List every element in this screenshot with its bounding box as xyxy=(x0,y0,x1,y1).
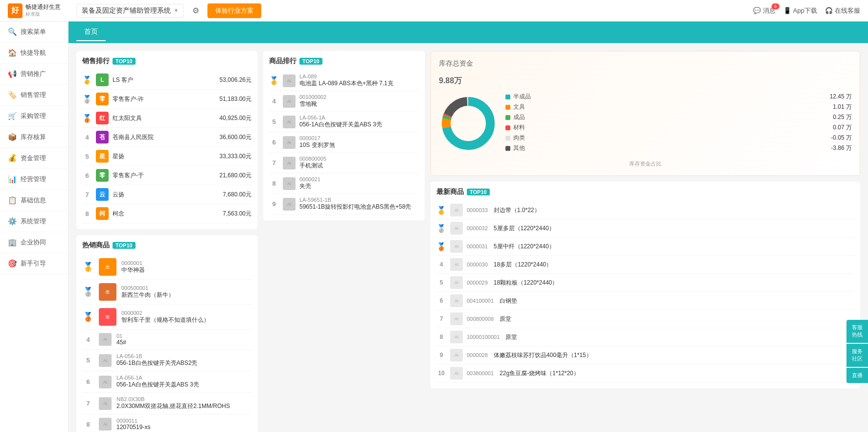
online-service-item[interactable]: 🎧 在线客服 xyxy=(825,6,860,15)
product-rank-item: 5 Ai LA-056-1A 056-1A白色按键开关盖ABS 3壳 xyxy=(269,112,419,132)
new-products-title: 最新商品 TOP10 xyxy=(436,188,854,196)
app-badge: 标准版 xyxy=(25,11,61,18)
product-thumb: Ai xyxy=(283,177,296,190)
sidebar-label-inventory: 库存核算 xyxy=(21,133,46,142)
np-item: 5 Ai 0000029 18颗粒板（1220*2440） xyxy=(436,274,854,292)
sidebar-item-inventory[interactable]: 📦 库存核算 xyxy=(0,127,68,148)
legend-item-meat: 肉类 -0.05 万 xyxy=(505,134,852,142)
rank-avatar: 红 xyxy=(96,112,109,124)
np-rank-num: 10 xyxy=(436,370,446,377)
legend-label: 成品 xyxy=(513,113,830,121)
inventory-icon: 📦 xyxy=(8,133,17,142)
np-thumb: Ai xyxy=(450,240,463,253)
hot-product-name: 2.0X30MM双搓花轴,搓花直径2.1MM/ROHS xyxy=(116,402,230,410)
sidebar-item-search[interactable]: 🔍 搜索菜单 xyxy=(0,22,68,43)
product-rank-num: 4 xyxy=(269,97,279,105)
legend-item-semifinished: 半成品 12.45 万 xyxy=(505,93,852,101)
sidebar-item-enterprise[interactable]: 🏢 企业协同 xyxy=(0,232,68,253)
app-download-item[interactable]: 📱 App下载 xyxy=(783,6,817,15)
sidebar-item-basic[interactable]: 📋 基础信息 xyxy=(0,190,68,211)
np-medal: 🥉 xyxy=(436,242,446,251)
product-info: 001000002 雪地靴 xyxy=(299,94,419,108)
product-code: 001000002 xyxy=(299,94,419,100)
header-middle: 装备及固定资产辅助管理系统 ▼ ⚙ 体验行业方案 xyxy=(76,3,753,18)
product-rank-title-text: 商品排行 xyxy=(269,57,297,66)
rank-number: 5 xyxy=(82,153,92,160)
operation-icon: 📊 xyxy=(8,175,17,184)
np-thumb: Ai xyxy=(450,312,463,325)
hot-product-code: 0000002 xyxy=(121,310,209,316)
np-name: 原堂 xyxy=(500,315,854,323)
hot-item: 5 Ai LA-056-1B 056-1B白色按键开关壳ABS2壳 xyxy=(82,350,251,371)
header-right: 💬 消息 6 📱 App下载 🎧 在线客服 xyxy=(753,6,860,15)
sidebar-item-finance[interactable]: 💰 资金管理 xyxy=(0,148,68,169)
np-rank-num: 5 xyxy=(436,279,446,286)
product-name: 10S 变刹罗煞 xyxy=(299,141,419,149)
chevron-down-icon: ▼ xyxy=(174,8,179,13)
sidebar-item-quick-nav[interactable]: 🏠 快捷导航 xyxy=(0,43,68,64)
new-products-title-text: 最新商品 xyxy=(436,188,464,196)
product-top10-badge: TOP10 xyxy=(299,58,322,65)
sidebar-item-guide[interactable]: 🎯 新手引导 xyxy=(0,253,68,274)
sidebar-item-system[interactable]: ⚙️ 系统管理 xyxy=(0,211,68,232)
service-community-button[interactable]: 服务社区 xyxy=(846,344,868,367)
product-rank-item: 9 Ai LA-59651-1B 59651-1B旋转投影灯电池盒ABS黑色+5… xyxy=(269,194,419,215)
np-thumb: Ai xyxy=(450,367,463,380)
notification-item[interactable]: 💬 消息 6 xyxy=(753,6,776,15)
tab-home[interactable]: 首页 xyxy=(76,24,106,41)
sidebar-label-quick-nav: 快捷导航 xyxy=(21,48,46,57)
gear-button[interactable]: ⚙ xyxy=(189,4,203,18)
guide-icon: 🎯 xyxy=(8,259,17,268)
top-header: 好 畅捷通好生意 标准版 装备及固定资产辅助管理系统 ▼ ⚙ 体验行业方案 💬 … xyxy=(0,0,868,22)
hot-product-info: 0000002 智利车子里（规格不知道填什么） xyxy=(121,310,209,324)
sidebar-item-sales[interactable]: 🏷️ 销售管理 xyxy=(0,85,68,106)
hot-rank-num: 8 xyxy=(82,421,94,428)
product-info: LA-089 电池盖 LA-089 ABS本色+黑种 7.1克 xyxy=(299,73,419,88)
np-rank-num: 8 xyxy=(436,334,446,340)
sidebar-item-operation[interactable]: 📊 经营管理 xyxy=(0,169,68,190)
legend-value: -3.86 万 xyxy=(831,144,852,152)
np-code: 0000032 xyxy=(467,225,488,231)
product-thumb: Ai xyxy=(283,74,296,87)
product-code: LA-59651-1B xyxy=(299,197,419,203)
hot-medal-icon: 🥉 xyxy=(82,312,94,322)
np-item: 6 Ai 004100001 白钢垫 xyxy=(436,292,854,310)
customer-service-button[interactable]: 客服热线 xyxy=(846,320,868,343)
product-rank-title: 商品排行 TOP10 xyxy=(269,57,419,66)
np-name: 体嫩荔枝味苏打饮品400毫升（1*15） xyxy=(494,351,854,360)
rank-amount: 53,006.26元 xyxy=(220,76,251,84)
product-code: 0000021 xyxy=(299,176,419,182)
live-stream-button[interactable]: 直播 xyxy=(846,368,868,383)
hot-product-name: 12070519-xs xyxy=(116,424,150,431)
headset-icon: 🎧 xyxy=(825,7,833,14)
sales-rank-card: 销售排行 TOP10 🥇 L LS 客户 53,006.26元 🥈 零 零售客户… xyxy=(76,51,257,229)
sidebar-label-finance: 资金管理 xyxy=(21,154,46,163)
hot-product-name: 新西兰牛肉（新牛） xyxy=(121,291,174,299)
system-selector[interactable]: 装备及固定资产辅助管理系统 ▼ xyxy=(76,4,184,18)
product-code: LA-056-1A xyxy=(299,115,419,120)
product-thumb: Ai xyxy=(283,95,296,108)
product-rank-item: 🥇 Ai LA-089 电池盖 LA-089 ABS本色+黑种 7.1克 xyxy=(269,71,419,91)
legend-dot xyxy=(505,125,510,130)
product-name: 手机测试 xyxy=(299,162,419,170)
np-item: 🥉 Ai 0000031 5厘中纤（1220*2440） xyxy=(436,238,854,256)
trial-button[interactable]: 体验行业方案 xyxy=(207,3,261,18)
legend-dot xyxy=(505,136,510,141)
np-name: 18颗粒板（1220*2440） xyxy=(494,279,854,287)
legend-dot xyxy=(505,105,510,110)
product-name: 056-1A白色按键开关盖ABS 3壳 xyxy=(299,120,419,129)
rank-customer-name: 零售客户-许 xyxy=(113,95,216,103)
sales-rank-list: 🥇 L LS 客户 53,006.26元 🥈 零 零售客户-许 51,183.0… xyxy=(82,71,251,223)
hot-product-thumb-gray: Ai xyxy=(99,333,112,346)
hot-rank-num: 6 xyxy=(82,378,94,385)
top10-badge-hot: TOP10 xyxy=(113,242,136,249)
right-column: 库存总资金 9.88万 xyxy=(431,51,860,432)
medal-icon: 🥈 xyxy=(82,95,92,104)
legend-item-finished: 成品 0.25 万 xyxy=(505,113,852,121)
hot-product-name: 056-1A白色按键开关盖ABS 3壳 xyxy=(116,381,199,389)
np-name: 5厘中纤（1220*2440） xyxy=(494,242,854,251)
hot-medal-icon: 🥈 xyxy=(82,287,94,297)
sidebar-item-purchase[interactable]: 🛒 采购管理 xyxy=(0,106,68,127)
sidebar-item-marketing[interactable]: 📢 营销推广 xyxy=(0,64,68,85)
sales-icon: 🏷️ xyxy=(8,91,17,99)
